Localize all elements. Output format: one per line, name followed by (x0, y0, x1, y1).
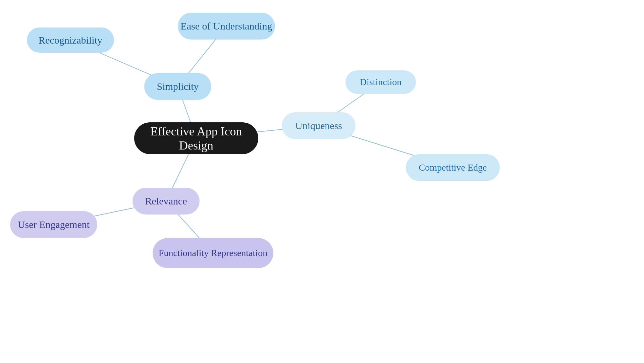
functionality-node-label: Functionality Representation (159, 248, 267, 258)
relevance-node: Relevance (132, 188, 200, 215)
uniqueness-node: Uniqueness (282, 112, 356, 139)
distinction-node: Distinction (345, 70, 416, 94)
ease-node-label: Ease of Understanding (180, 20, 272, 32)
user-engagement-node-label: User Engagement (18, 219, 90, 230)
competitive-node-label: Competitive Edge (419, 162, 487, 173)
recognizability-node-label: Recognizability (39, 35, 102, 46)
relevance-node-label: Relevance (145, 195, 187, 207)
ease-node: Ease of Understanding (178, 13, 275, 40)
center-node: Effective App Icon Design (134, 122, 258, 154)
center-node-label: Effective App Icon Design (134, 124, 258, 153)
uniqueness-node-label: Uniqueness (295, 120, 342, 131)
functionality-node: Functionality Representation (153, 238, 273, 268)
simplicity-node-label: Simplicity (157, 81, 199, 92)
competitive-node: Competitive Edge (406, 154, 500, 181)
connections-layer (0, 0, 644, 363)
distinction-node-label: Distinction (360, 77, 401, 87)
recognizability-node: Recognizability (27, 27, 114, 53)
user-engagement-node: User Engagement (10, 211, 97, 238)
simplicity-node: Simplicity (144, 73, 211, 100)
